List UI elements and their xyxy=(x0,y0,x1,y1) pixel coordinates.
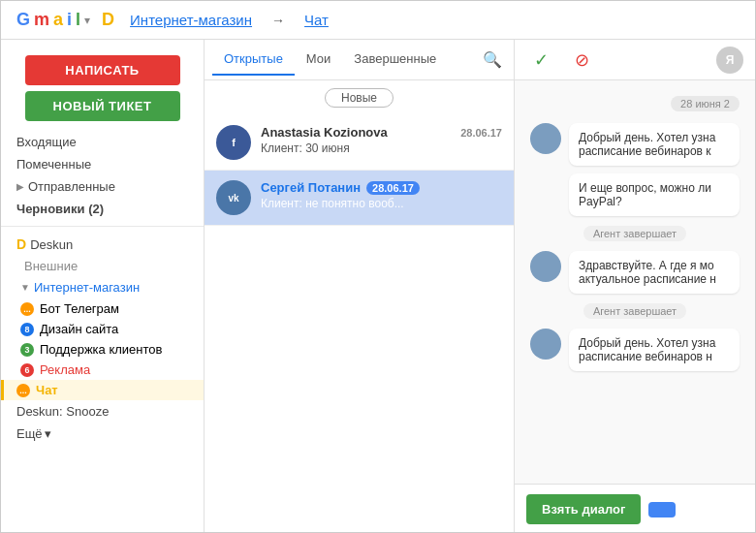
date-divider-wrapper: 28 июня 2 xyxy=(530,92,740,115)
ads-dot: 6 xyxy=(20,363,34,377)
chat-label: Чат xyxy=(36,383,188,397)
take-dialog-button[interactable]: Взять диалог xyxy=(526,494,641,524)
sidebar-item-ads[interactable]: 6 Реклама xyxy=(1,360,204,380)
tab-completed[interactable]: Завершенные xyxy=(342,44,448,76)
conv-body-0: Anastasia Kozionova 28.06.17 Клиент: 30 … xyxy=(261,125,502,155)
sidebar-item-deskun[interactable]: D Deskun xyxy=(1,233,204,256)
chat-header: ✓ ⊘ Я xyxy=(515,40,755,80)
tab-mine[interactable]: Мои xyxy=(295,44,342,76)
new-badge: Новые xyxy=(325,88,394,108)
conv-date-0: 28.06.17 xyxy=(460,127,502,139)
chat-messages: 28 июня 2 Добрый день. Хотел узна распис… xyxy=(515,80,755,484)
search-icon[interactable]: 🔍 xyxy=(479,47,506,73)
sidebar-divider xyxy=(1,226,204,227)
conv-sub-1: Клиент: не понятно вооб... xyxy=(261,197,502,210)
msg-avatar-5 xyxy=(530,329,561,360)
ads-label: Реклама xyxy=(40,362,188,377)
footer-blue-button[interactable] xyxy=(648,502,676,517)
msg-bubble-1: И еще вопрос, можно ли PayPal? xyxy=(569,173,740,216)
new-ticket-button[interactable]: НОВЫЙ ТИКЕТ xyxy=(25,91,180,121)
sidebar-item-sent[interactable]: ▶ Отправленные xyxy=(1,175,204,198)
message-row-5: Добрый день. Хотел узна расписание вебин… xyxy=(530,329,740,371)
msg-bubble-5: Добрый день. Хотел узна расписание вебин… xyxy=(569,329,740,371)
sidebar-item-design[interactable]: 8 Дизайн сайта xyxy=(1,319,204,339)
date-divider: 28 июня 2 xyxy=(671,96,740,111)
conv-name-0: Anastasia Kozionova 28.06.17 xyxy=(261,125,502,140)
bot-telegram-dot: ... xyxy=(20,302,34,316)
msg-avatar-3 xyxy=(530,251,561,282)
agent-label-1: Агент завершает xyxy=(583,303,686,319)
msg-bubble-3: Здравствуйте. А где я мо актуальное расп… xyxy=(569,251,740,294)
agent-label-0: Агент завершает xyxy=(583,226,686,241)
conv-name-1: Сергей Потанин 28.06.17 xyxy=(261,180,502,195)
chat-footer: Взять диалог xyxy=(515,484,755,533)
sent-arrow: ▶ xyxy=(16,181,24,192)
chat-dot: ... xyxy=(16,384,30,397)
sent-label: Отправленные xyxy=(28,179,115,194)
breadcrumb-shop[interactable]: Интернет-магазин xyxy=(130,12,252,28)
design-dot: 8 xyxy=(20,323,34,336)
bot-telegram-label: Бот Телеграм xyxy=(40,301,188,316)
avatar-sergei: vk xyxy=(216,180,251,215)
avatar-anastasia: f xyxy=(216,125,251,160)
sidebar-item-more[interactable]: Ещё ▾ xyxy=(1,423,204,445)
sidebar-item-chat[interactable]: ... Чат xyxy=(1,380,204,400)
sidebar-item-external[interactable]: Внешние xyxy=(1,256,204,276)
agent-label-wrapper-1: Агент завершает xyxy=(530,301,740,321)
breadcrumb-separator: → xyxy=(271,13,285,28)
top-bar: Gmail ▾ D Интернет-магазин → Чат xyxy=(1,1,755,40)
message-row-1: И еще вопрос, можно ли PayPal? xyxy=(530,173,740,216)
conv-date-1: 28.06.17 xyxy=(366,181,420,195)
shop-label: Интернет-магазин xyxy=(34,280,140,295)
sidebar-item-inbox[interactable]: Входящие xyxy=(1,131,204,153)
block-icon: ⊘ xyxy=(575,49,589,71)
conversation-tabs: Открытые Мои Завершенные 🔍 xyxy=(205,40,514,80)
conversation-item-0[interactable]: f Anastasia Kozionova 28.06.17 Клиент: 3… xyxy=(205,115,514,171)
shop-arrow: ▼ xyxy=(20,282,30,293)
fb-icon: f xyxy=(232,137,236,148)
sidebar: НАПИСАТЬ НОВЫЙ ТИКЕТ Входящие Помеченные… xyxy=(1,40,205,533)
design-label: Дизайн сайта xyxy=(40,322,188,336)
deskun-label: Deskun xyxy=(30,237,73,252)
support-dot: 3 xyxy=(20,343,34,357)
gmail-logo[interactable]: Gmail ▾ xyxy=(16,10,90,30)
gmail-dropdown-arrow[interactable]: ▾ xyxy=(84,14,90,27)
sidebar-item-snooze[interactable]: Deskun: Snooze xyxy=(1,400,204,423)
sidebar-item-bot-telegram[interactable]: ... Бот Телеграм xyxy=(1,298,204,319)
support-label: Поддержка клиентов xyxy=(40,342,188,357)
user-initial-avatar: Я xyxy=(716,47,743,74)
deskun-logo: D xyxy=(102,10,114,30)
compose-button[interactable]: НАПИСАТЬ xyxy=(25,55,180,85)
sidebar-item-internet-shop[interactable]: ▼ Интернет-магазин xyxy=(1,276,204,298)
conversation-list: Открытые Мои Завершенные 🔍 Новые f Anast… xyxy=(205,40,515,533)
chat-panel: ✓ ⊘ Я 28 июня 2 Добрый день. Хотел узна … xyxy=(515,40,755,533)
conversation-item-1[interactable]: vk Сергей Потанин 28.06.17 Клиент: не по… xyxy=(205,171,514,226)
conv-sub-0: Клиент: 30 июня xyxy=(261,141,502,155)
vk-icon: vk xyxy=(228,193,238,204)
new-label-container: Новые xyxy=(205,80,514,115)
message-row-0: Добрый день. Хотел узна расписание вебин… xyxy=(530,123,740,166)
block-button[interactable]: ⊘ xyxy=(567,46,596,75)
msg-bubble-0: Добрый день. Хотел узна расписание вебин… xyxy=(569,123,740,166)
message-row-3: Здравствуйте. А где я мо актуальное расп… xyxy=(530,251,740,294)
tab-open[interactable]: Открытые xyxy=(212,44,295,76)
conv-body-1: Сергей Потанин 28.06.17 Клиент: не понят… xyxy=(261,180,502,210)
breadcrumb-chat[interactable]: Чат xyxy=(304,12,329,28)
sidebar-item-starred[interactable]: Помеченные xyxy=(1,153,204,175)
msg-avatar-0 xyxy=(530,123,561,154)
check-button[interactable]: ✓ xyxy=(526,46,555,75)
more-label: Ещё xyxy=(16,426,43,441)
more-arrow-icon: ▾ xyxy=(45,426,51,441)
deskun-d-icon: D xyxy=(16,236,26,252)
sidebar-item-drafts[interactable]: Черновики (2) xyxy=(1,198,204,220)
sidebar-item-support[interactable]: 3 Поддержка клиентов xyxy=(1,339,204,360)
agent-label-wrapper-0: Агент завершает xyxy=(530,224,740,243)
check-icon: ✓ xyxy=(534,49,549,71)
